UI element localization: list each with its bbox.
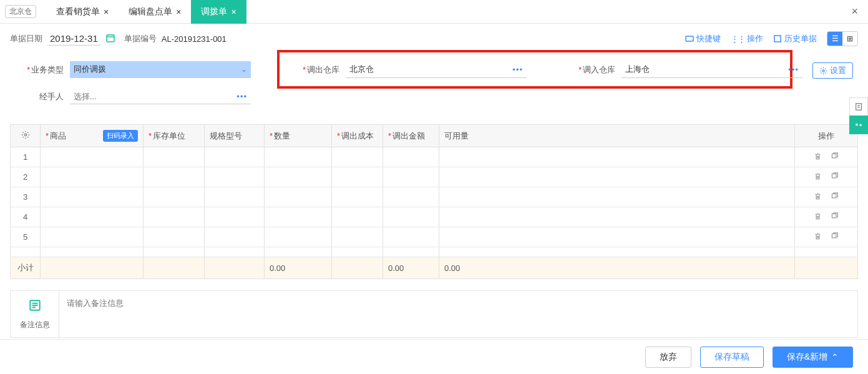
more-icon: ••• bbox=[237, 92, 247, 101]
svg-rect-2 bbox=[774, 36, 781, 42]
table-row[interactable]: 3 bbox=[11, 187, 857, 207]
table-row[interactable]: 5 bbox=[11, 227, 857, 247]
more-icon: ••• bbox=[512, 65, 523, 74]
delete-icon[interactable] bbox=[814, 232, 822, 242]
copy-icon[interactable] bbox=[831, 172, 839, 182]
table-row[interactable] bbox=[11, 247, 857, 257]
tab-edit-inventory[interactable]: 编辑盘点单× bbox=[119, 0, 191, 24]
svg-rect-1 bbox=[686, 36, 693, 41]
in-warehouse-select[interactable]: 上海仓 ••• bbox=[622, 61, 802, 78]
discard-button[interactable]: 放弃 bbox=[645, 347, 691, 368]
delete-icon[interactable] bbox=[814, 212, 822, 222]
save-draft-button[interactable]: 保存草稿 bbox=[700, 347, 764, 368]
tab-transfer[interactable]: 调拨单× bbox=[191, 0, 246, 24]
scan-badge[interactable]: 扫码录入 bbox=[103, 130, 138, 142]
svg-rect-11 bbox=[856, 104, 862, 111]
gear-icon[interactable] bbox=[21, 130, 30, 141]
copy-icon[interactable] bbox=[831, 152, 839, 162]
tab-bar: 北京仓 查看销货单× 编辑盘点单× 调拨单× × bbox=[0, 0, 868, 24]
delete-icon[interactable] bbox=[814, 172, 822, 182]
table-row[interactable]: 4 bbox=[11, 207, 857, 227]
out-warehouse-select[interactable]: 北京仓 ••• bbox=[346, 61, 527, 78]
save-new-button[interactable]: 保存&新增⌃ bbox=[773, 347, 853, 368]
form-area: *业务类型 同价调拨 ⌄ *调出仓库 北京仓 ••• *调入仓库 上海仓 •••… bbox=[0, 54, 868, 119]
remark-area: 备注信息 bbox=[10, 290, 858, 338]
grid-header: *商品扫码录入 *库存单位 规格型号 *数量 *调出成本 *调出金额 可用量 操… bbox=[11, 125, 857, 147]
settings-button[interactable]: 设置 bbox=[812, 62, 853, 79]
chevron-up-icon: ⌃ bbox=[831, 352, 839, 362]
doc-value: AL-20191231-001 bbox=[162, 34, 227, 44]
svg-rect-8 bbox=[832, 214, 836, 218]
note-icon bbox=[28, 298, 42, 316]
subtotal-row: 小计 0.00 0.00 0.00 bbox=[11, 257, 857, 278]
footer: 放弃 保存草稿 保存&新增⌃ bbox=[0, 339, 868, 374]
copy-icon[interactable] bbox=[831, 232, 839, 242]
delete-icon[interactable] bbox=[814, 192, 822, 202]
side-tab-1[interactable] bbox=[849, 97, 868, 116]
date-value[interactable]: 2019-12-31 bbox=[47, 32, 100, 46]
svg-rect-5 bbox=[832, 154, 836, 158]
biz-type-select[interactable]: 同价调拨 ⌄ bbox=[70, 61, 251, 78]
handler-select[interactable]: ••• bbox=[70, 89, 251, 104]
copy-icon[interactable] bbox=[831, 192, 839, 202]
data-grid: *商品扫码录入 *库存单位 规格型号 *数量 *调出成本 *调出金额 可用量 操… bbox=[10, 124, 858, 279]
calendar-icon[interactable] bbox=[105, 33, 115, 45]
side-tab-2[interactable] bbox=[849, 116, 868, 134]
location-badge: 北京仓 bbox=[5, 5, 36, 18]
close-icon[interactable]: × bbox=[104, 7, 109, 17]
history-link[interactable]: 历史单据 bbox=[773, 33, 817, 44]
delete-icon[interactable] bbox=[814, 152, 822, 162]
remark-input[interactable] bbox=[67, 298, 850, 308]
svg-rect-7 bbox=[832, 194, 836, 198]
date-label: 单据日期 bbox=[10, 33, 42, 44]
more-icon: ••• bbox=[788, 65, 799, 74]
table-row[interactable]: 2 bbox=[11, 167, 857, 187]
operations-link[interactable]: ⋮⋮操作 bbox=[731, 33, 763, 44]
close-icon[interactable]: × bbox=[231, 7, 236, 17]
close-icon[interactable]: × bbox=[176, 7, 181, 17]
biz-type-field: *业务类型 同价调拨 ⌄ bbox=[15, 61, 251, 78]
side-tabs bbox=[849, 97, 868, 134]
grid-view-icon[interactable]: ⊞ bbox=[842, 32, 857, 46]
toolbar: 单据日期 2019-12-31 单据编号 AL-20191231-001 快捷键… bbox=[0, 24, 868, 54]
handler-field: 经手人 ••• bbox=[15, 89, 251, 104]
in-warehouse-field: *调入仓库 上海仓 ••• bbox=[567, 61, 802, 78]
close-page-icon[interactable]: × bbox=[846, 5, 863, 18]
copy-icon[interactable] bbox=[831, 212, 839, 222]
shortcut-link[interactable]: 快捷键 bbox=[685, 33, 721, 44]
handler-input[interactable] bbox=[74, 92, 237, 101]
svg-rect-0 bbox=[107, 35, 114, 42]
chevron-down-icon: ⌄ bbox=[241, 65, 247, 74]
table-row[interactable]: 1 bbox=[11, 147, 857, 167]
svg-point-3 bbox=[822, 69, 824, 71]
doc-label: 单据编号 bbox=[124, 33, 157, 44]
svg-rect-9 bbox=[832, 234, 836, 238]
svg-point-4 bbox=[24, 134, 27, 136]
out-warehouse-field: *调出仓库 北京仓 ••• bbox=[291, 61, 527, 78]
view-toggle[interactable]: ☰ ⊞ bbox=[827, 31, 858, 46]
svg-rect-6 bbox=[832, 174, 836, 178]
tab-view-sales[interactable]: 查看销货单× bbox=[46, 0, 119, 24]
remark-side: 备注信息 bbox=[11, 291, 59, 337]
list-view-icon[interactable]: ☰ bbox=[827, 32, 842, 46]
